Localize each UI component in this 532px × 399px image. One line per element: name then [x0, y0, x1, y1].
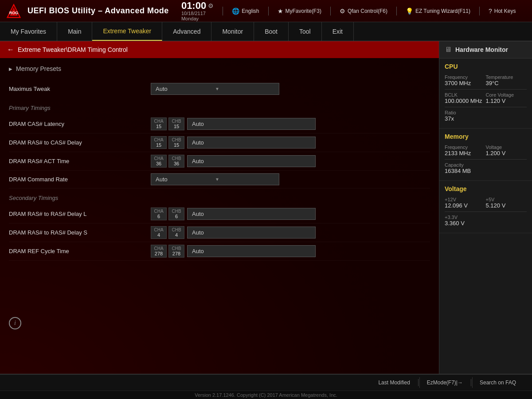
hotkeys-button[interactable]: ? Hot Keys: [485, 6, 519, 16]
command-rate-label: DRAM Command Rate: [9, 176, 151, 183]
chb-label-6: CHB: [172, 246, 181, 251]
expand-triangle-icon: ▶: [9, 66, 12, 71]
cpu-ratio-label: Ratio: [445, 110, 527, 115]
voltage-section: Voltage +12V 12.096 V +5V 5.120 V +3.3V: [439, 181, 532, 233]
ras-ras-delay-l-input[interactable]: [187, 208, 316, 220]
svg-text:ROG: ROG: [9, 11, 19, 15]
qfan-button[interactable]: ⚙ Qfan Control(F6): [336, 6, 391, 16]
v12-value: 12.096 V: [445, 202, 486, 209]
ras-cas-cha: CHA 15: [151, 136, 167, 149]
help-icon: ?: [489, 8, 492, 15]
info-icon[interactable]: i: [9, 317, 21, 329]
hotkeys-label: Hot Keys: [494, 8, 516, 14]
cpu-core-voltage-value: 1.120 V: [486, 98, 527, 104]
ras-ras-l-chb-val: 6: [175, 214, 178, 219]
tuning-icon: 💡: [406, 8, 413, 15]
left-panel: ← Extreme Tweaker\DRAM Timing Control ▶ …: [0, 41, 439, 374]
ras-cas-cha-val: 15: [156, 142, 161, 148]
ras-cas-delay-row: DRAM RAS# to CAS# Delay CHA 15 CHB 15: [9, 133, 430, 152]
ras-ras-delay-s-row: DRAM RAS# to RAS# Delay S CHA 4 CHB 4: [9, 223, 430, 242]
mem-voltage-value: 1.200 V: [486, 150, 527, 156]
cas-latency-label: DRAM CAS# Latency: [9, 121, 151, 127]
nav-bar: My Favorites Main Extreme Tweaker Advanc…: [0, 22, 532, 41]
nav-main[interactable]: Main: [57, 22, 92, 41]
header-divider-1: [223, 7, 223, 16]
datetime-display: 01:00 ⚙ 10/18/2117 Monday: [181, 1, 214, 21]
ras-ras-l-chb: CHB 6: [168, 207, 184, 220]
cpu-bclk-value: 100.0000 MHz: [445, 98, 486, 104]
language-button[interactable]: 🌐 English: [228, 6, 262, 16]
cpu-divider-2: [445, 107, 527, 107]
v5-value: 5.120 V: [486, 202, 527, 209]
ras-act-time-row: DRAM RAS# ACT Time CHA 36 CHB 36: [9, 152, 430, 171]
footer-divider-2: [471, 379, 471, 386]
mem-frequency-value: 2133 MHz: [445, 150, 486, 156]
command-rate-arrow-icon: ▼: [215, 177, 274, 182]
header-divider-5: [479, 7, 480, 16]
nav-monitor[interactable]: Monitor: [211, 22, 254, 41]
qfan-label: Qfan Control(F6): [348, 8, 387, 14]
last-modified-button[interactable]: Last Modified: [371, 377, 417, 388]
chb-label-1: CHB: [172, 119, 181, 124]
ez-mode-button[interactable]: EzMode(F7)|→: [419, 377, 470, 388]
ras-act-cha: CHA 36: [151, 155, 167, 168]
version-text: Version 2.17.1246. Copyright (C) 2017 Am…: [0, 391, 532, 399]
cpu-frequency-label: Frequency: [445, 74, 486, 80]
settings-scroll-area[interactable]: ▶ Memory Presets Maximus Tweak Auto ▼ Pr…: [0, 58, 439, 374]
mem-capacity-row: Capacity 16384 MB: [445, 162, 527, 174]
back-arrow-icon[interactable]: ←: [7, 46, 14, 54]
mem-capacity-col: Capacity 16384 MB: [445, 162, 527, 174]
ras-act-time-input[interactable]: [187, 155, 316, 167]
cpu-bclk-col: BCLK 100.0000 MHz: [445, 92, 486, 104]
nav-extreme-tweaker[interactable]: Extreme Tweaker: [92, 22, 162, 41]
ref-cycle-time-row: DRAM REF Cycle Time CHA 278 CHB 278: [9, 242, 430, 261]
clock-time: 01:00: [181, 1, 206, 11]
maximus-tweak-value: Auto: [156, 86, 215, 92]
settings-icon[interactable]: ⚙: [208, 2, 214, 9]
fan-icon: ⚙: [340, 8, 345, 15]
maximus-tweak-row: Maximus Tweak Auto ▼: [9, 79, 430, 98]
asus-logo: ROG: [5, 3, 22, 20]
hw-monitor-header: 🖥 Hardware Monitor: [439, 41, 532, 59]
ras-ras-s-cha-val: 4: [157, 232, 160, 238]
cas-latency-input[interactable]: [187, 118, 316, 130]
ras-ras-delay-s-control: CHA 4 CHB 4: [151, 226, 430, 239]
ras-act-chb-val: 36: [174, 161, 179, 166]
ras-ras-l-channels: CHA 6 CHB 6: [151, 207, 184, 220]
cas-latency-chb-val: 15: [174, 124, 179, 129]
cpu-bclk-label: BCLK: [445, 92, 486, 98]
eztuning-button[interactable]: 💡 EZ Tuning Wizard(F11): [402, 6, 474, 16]
ras-cas-delay-control: CHA 15 CHB 15: [151, 136, 430, 149]
nav-my-favorites[interactable]: My Favorites: [0, 22, 57, 41]
ras-ras-s-chb-val: 4: [175, 232, 178, 238]
ras-ras-delay-s-input[interactable]: [187, 227, 316, 239]
nav-boot[interactable]: Boot: [254, 22, 289, 41]
v33-col: +3.3V 3.360 V: [445, 215, 527, 227]
maximus-tweak-dropdown[interactable]: Auto ▼: [151, 83, 279, 95]
volt-divider-1: [445, 211, 527, 212]
memory-section: Memory Frequency 2133 MHz Voltage 1.200 …: [439, 129, 532, 181]
v5-label: +5V: [486, 197, 527, 202]
v12-label: +12V: [445, 197, 486, 202]
mem-capacity-label: Capacity: [445, 162, 527, 168]
cha-label-5: CHA: [154, 227, 163, 232]
ref-cycle-time-input[interactable]: [187, 245, 316, 257]
command-rate-dropdown[interactable]: Auto ▼: [151, 173, 279, 185]
search-faq-button[interactable]: Search on FAQ: [472, 377, 523, 388]
primary-timings-label: Primary Timings: [9, 105, 430, 111]
ref-cycle-chb-val: 278: [172, 251, 180, 256]
nav-advanced[interactable]: Advanced: [162, 22, 211, 41]
ras-cas-chb-val: 15: [174, 142, 179, 148]
ras-cas-delay-input[interactable]: [187, 137, 316, 149]
ras-act-cha-val: 36: [156, 161, 161, 166]
v12-v5-row: +12V 12.096 V +5V 5.120 V: [445, 197, 527, 209]
breadcrumb: ← Extreme Tweaker\DRAM Timing Control: [0, 41, 439, 58]
nav-tool[interactable]: Tool: [289, 22, 322, 41]
cpu-ratio-row: Ratio 37x: [445, 110, 527, 122]
myfavorite-button[interactable]: ★ MyFavorite(F3): [274, 6, 325, 16]
footer: Last Modified EzMode(F7)|→ Search on FAQ…: [0, 374, 532, 399]
nav-exit[interactable]: Exit: [322, 22, 354, 41]
chb-label-3: CHB: [172, 156, 181, 161]
ras-cas-chb: CHB 15: [168, 136, 184, 149]
command-rate-control: Auto ▼: [151, 173, 430, 185]
